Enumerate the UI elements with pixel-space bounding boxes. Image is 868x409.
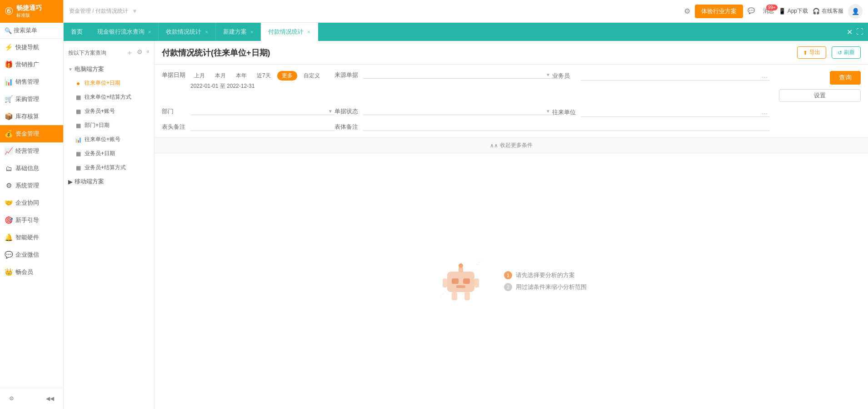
home-tab-label: 首页 <box>71 28 83 36</box>
message-count: 99+ <box>766 5 778 10</box>
sidebar-bottom: ⚙ ◀◀ <box>0 388 63 409</box>
operations-label: 经营管理 <box>15 147 39 155</box>
collapse-label: 收起更多条件 <box>500 141 533 149</box>
date-options: 上月 本月 本年 近7天 更多 自定义 <box>190 71 324 81</box>
sidebar-item-capital[interactable]: 💰 资金管理 <box>0 125 63 142</box>
export-btn[interactable]: ⬆ 导出 <box>797 46 826 59</box>
scheme-item-staff-date[interactable]: ▦ 业务员+日期 <box>64 146 154 161</box>
date-btn-this-year[interactable]: 本年 <box>232 71 250 81</box>
add-scheme-icon[interactable]: ＋ <box>126 48 133 58</box>
svg-rect-9 <box>464 292 470 300</box>
doc-status-chevron: ▼ <box>546 109 550 114</box>
source-select[interactable]: ▼ <box>363 71 552 79</box>
close-bank-flow-icon[interactable]: × <box>148 29 151 35</box>
svg-line-11 <box>477 260 481 265</box>
message-badge[interactable]: 💬 99+ 消息 <box>748 7 774 15</box>
sidebar-item-guide[interactable]: 🎯 新手引导 <box>0 212 63 229</box>
cooperation-label: 企业协同 <box>15 199 39 207</box>
sidebar-item-member[interactable]: 👑 畅会员 <box>0 263 63 281</box>
left-panel-header: 按以下方案查询 ＋ ⚙ « <box>64 45 154 62</box>
expand-icon[interactable]: ⛶ <box>856 28 863 36</box>
quick-nav-label: 快捷导航 <box>15 43 39 51</box>
unit-account-label: 往来单位+账号 <box>85 136 120 143</box>
date-btn-custom[interactable]: 自定义 <box>300 71 324 81</box>
sidebar-item-basic-info[interactable]: 🗂 基础信息 <box>0 160 63 177</box>
right-content: 付款情况统计(往来单位+日期) ⬆ 导出 ↺ 刷新 <box>155 41 868 409</box>
staff-ellipsis[interactable]: … <box>762 72 768 79</box>
app-download-btn[interactable]: 📱 App下载 <box>778 7 808 15</box>
unit-select[interactable]: … <box>581 107 770 117</box>
doc-status-select[interactable]: ▼ <box>363 108 552 115</box>
filter-row-3: 表头备注 表体备注 <box>162 122 861 131</box>
empty-state: 1 请先选择要分析的方案 2 用过滤条件来缩小分析范围 <box>155 153 868 409</box>
staff-date-label: 业务员+日期 <box>85 150 115 157</box>
search-icon: 🔍 <box>5 27 12 34</box>
refresh-btn[interactable]: ↺ 刷新 <box>832 46 861 59</box>
unit-ellipsis[interactable]: … <box>762 108 768 116</box>
panel-collapse-icon[interactable]: « <box>146 48 150 58</box>
scheme-item-staff-payment[interactable]: ▦ 业务员+结算方式 <box>64 161 154 175</box>
scheme-item-unit-date[interactable]: ● 往来单位+日期 <box>64 76 154 90</box>
sidebar-item-purchase[interactable]: 🛒 采购管理 <box>0 91 63 108</box>
scheme-item-dept-date[interactable]: ▦ 部门+日期 <box>64 118 154 132</box>
page-header: 付款情况统计(往来单位+日期) ⬆ 导出 ↺ 刷新 <box>155 41 868 65</box>
tab-bank-flow[interactable]: 现金银行流水查询 × <box>90 23 159 41</box>
scheme-settings-icon[interactable]: ⚙ <box>137 48 143 58</box>
desktop-group-arrow: ▼ <box>68 67 73 72</box>
settings-btn[interactable]: 设置 <box>779 89 861 102</box>
scheme-item-unit-account[interactable]: 📊 往来单位+账号 <box>64 132 154 146</box>
sidebar-item-sales[interactable]: 📊 销售管理 <box>0 73 63 91</box>
dept-filter: 部门 ▼ <box>162 107 334 116</box>
date-btn-7days[interactable]: 近7天 <box>253 71 274 81</box>
sidebar-settings-btn[interactable]: ⚙ <box>5 392 19 405</box>
header-note-filter: 表头备注 <box>162 122 334 131</box>
date-btn-last-month[interactable]: 上月 <box>190 71 209 81</box>
date-btn-more[interactable]: 更多 <box>277 71 297 81</box>
date-btn-this-month[interactable]: 本月 <box>211 71 229 81</box>
sidebar-item-wechat[interactable]: 💬 企业微信 <box>0 246 63 263</box>
tab-controls: ✕ ⛶ <box>842 28 868 36</box>
close-new-scheme-icon[interactable]: × <box>250 29 253 35</box>
tab-new-scheme[interactable]: 新建方案 × <box>216 23 261 41</box>
desktop-group-title[interactable]: ▼ 电脑端方案 <box>64 62 154 76</box>
topbar: 资金管理 / 付款情况统计 ▼ ⚙ 体验行业方案 💬 99+ 消息 📱 App下… <box>64 0 868 23</box>
filter-row-1: 单据日期 上月 本月 本年 近7天 更多 自定义 2022-01-01 至 20… <box>162 71 861 102</box>
wechat-label: 企业微信 <box>15 251 39 259</box>
sidebar-item-cooperation[interactable]: 🤝 企业协同 <box>0 194 63 212</box>
sidebar-collapse-btn[interactable]: ◀◀ <box>41 392 59 405</box>
user-avatar[interactable]: 👤 <box>848 4 863 19</box>
dept-select[interactable]: ▼ <box>190 108 334 115</box>
sidebar-item-hardware[interactable]: 🔔 智能硬件 <box>0 229 63 246</box>
guide-icon: 🎯 <box>5 216 13 224</box>
sidebar-item-inventory[interactable]: 📦 库存核算 <box>0 108 63 125</box>
mobile-scheme-group[interactable]: ▶ 移动端方案 <box>64 175 154 188</box>
header-note-input[interactable] <box>190 122 334 131</box>
scheme-item-staff-account[interactable]: ▦ 业务员+账号 <box>64 104 154 118</box>
trial-btn[interactable]: 体验行业方案 <box>695 5 743 18</box>
tab-home[interactable]: 首页 <box>64 23 90 41</box>
topbar-settings-icon[interactable]: ⚙ <box>684 7 690 15</box>
sidebar-search[interactable]: 🔍 搜索菜单 <box>0 23 63 39</box>
topbar-divider: ▼ <box>132 8 138 15</box>
export-icon: ⬆ <box>803 50 808 56</box>
member-icon: 👑 <box>5 268 13 276</box>
tab-income-stats[interactable]: 收款情况统计 × <box>159 23 215 41</box>
collapse-bar[interactable]: ∧∧ 收起更多条件 <box>155 138 868 153</box>
mobile-group-arrow: ▶ <box>68 178 73 185</box>
sidebar-item-system[interactable]: ⚙ 系统管理 <box>0 177 63 194</box>
staff-select[interactable]: … <box>581 71 770 81</box>
sidebar-item-operations[interactable]: 📈 经营管理 <box>0 142 63 160</box>
close-payment-stats-icon[interactable]: × <box>307 29 310 35</box>
staff-label: 业务员 <box>552 72 577 80</box>
online-service-btn[interactable]: 🎧 在线客服 <box>813 7 843 15</box>
sidebar-item-quick-nav[interactable]: ⚡ 快捷导航 <box>0 39 63 56</box>
query-btn[interactable]: 查询 <box>830 71 861 85</box>
sidebar: ⑥ 畅捷通巧 标准版 🔍 搜索菜单 ⚡ 快捷导航 🎁 营销推广 📊 销售管理 🛒… <box>0 0 64 409</box>
body-note-input[interactable] <box>363 122 770 131</box>
tab-payment-stats[interactable]: 付款情况统计 × <box>261 23 318 41</box>
close-all-icon[interactable]: ✕ <box>847 28 853 36</box>
close-income-stats-icon[interactable]: × <box>205 29 208 35</box>
sidebar-item-marketing[interactable]: 🎁 营销推广 <box>0 56 63 73</box>
scheme-item-unit-payment[interactable]: ▦ 往来单位+结算方式 <box>64 90 154 104</box>
svg-rect-1 <box>452 278 459 284</box>
